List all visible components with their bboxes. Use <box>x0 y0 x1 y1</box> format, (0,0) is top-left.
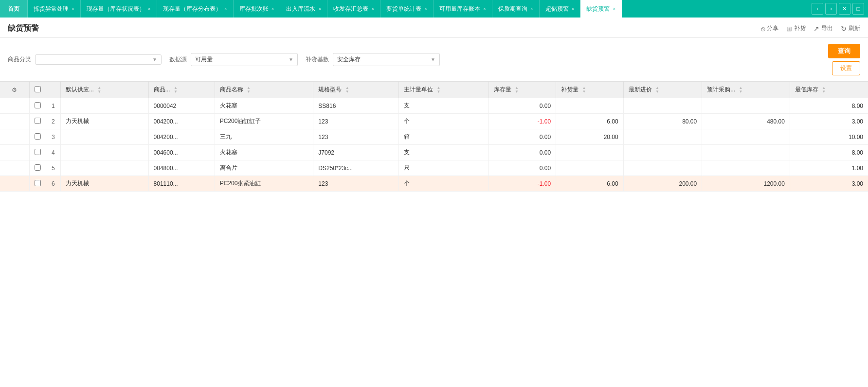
row-unit: 支 <box>399 98 489 114</box>
row-settings-cell <box>0 176 29 192</box>
row-checkbox[interactable] <box>35 149 41 155</box>
sort-icon: ▲▼ <box>174 86 178 94</box>
nav-next-button[interactable]: › <box>825 3 837 15</box>
col-checkbox[interactable] <box>29 82 46 98</box>
row-checkbox-cell[interactable] <box>29 176 46 192</box>
row-checkbox[interactable] <box>35 102 41 108</box>
sort-icon: ▲▼ <box>97 86 101 94</box>
row-estimated-purchase <box>702 98 790 114</box>
col-settings[interactable]: ⚙ <box>0 82 29 98</box>
tab-batch-account[interactable]: 库存批次账 × <box>234 0 281 18</box>
nav-close-button[interactable]: ✕ <box>839 3 850 15</box>
row-checkbox[interactable] <box>35 180 41 186</box>
row-min-stock: 3.00 <box>790 114 868 129</box>
filter-replenish-base-item: 补货基数 安全库存 ▼ <box>306 53 440 66</box>
row-replenish <box>556 160 624 176</box>
row-estimated-purchase <box>702 129 790 145</box>
tab-summary[interactable]: 收发存汇总表 × <box>327 0 380 18</box>
row-supplier: 力天机械 <box>60 176 148 192</box>
tab-current-stock-dist[interactable]: 现存量（库存分布表） × <box>157 0 234 18</box>
row-min-stock: 3.00 <box>790 176 868 192</box>
row-index: 2 <box>46 114 60 129</box>
row-min-stock: 1.00 <box>790 160 868 176</box>
row-checkbox-cell[interactable] <box>29 98 46 114</box>
chevron-down-icon: ▼ <box>289 57 293 62</box>
replenish-button[interactable]: ⊞ 补货 <box>786 24 806 33</box>
row-spec: DS250*23c... <box>313 160 399 176</box>
row-replenish: 20.00 <box>556 129 624 145</box>
col-index <box>46 82 60 98</box>
nav-maximize-button[interactable]: □ <box>852 3 864 15</box>
row-estimated-purchase <box>702 145 790 160</box>
close-icon[interactable]: × <box>224 6 227 12</box>
tab-available-ledger[interactable]: 可用量库存账本 × <box>434 0 492 18</box>
data-table: ⚙ 默认供应... ▲▼ 商品... ▲▼ 商品名称 <box>0 81 868 192</box>
chevron-down-icon: ▼ <box>152 57 157 62</box>
row-product-code: 004200... <box>148 114 215 129</box>
query-button[interactable]: 查询 <box>828 44 860 58</box>
tab-overstock[interactable]: 超储预警 × <box>540 0 581 18</box>
col-product-code: 商品... ▲▼ <box>148 82 215 98</box>
settings-icon[interactable]: ⚙ <box>12 87 17 93</box>
row-latest-price <box>623 98 702 114</box>
row-stock: -1.00 <box>488 114 556 129</box>
tab-shelf-life[interactable]: 保质期查询 × <box>492 0 540 18</box>
table-row: 6 力天机械 801110... PC200张紧油缸 123 个 -1.00 6… <box>0 176 868 192</box>
row-checkbox-cell[interactable] <box>29 129 46 145</box>
col-product-name: 商品名称 ▲▼ <box>215 82 313 98</box>
tab-current-stock-status[interactable]: 现存量（库存状况表） × <box>81 0 157 18</box>
refresh-icon: ↻ <box>841 25 847 33</box>
close-icon[interactable]: × <box>318 6 321 12</box>
close-icon[interactable]: × <box>371 6 374 12</box>
row-checkbox-cell[interactable] <box>29 145 46 160</box>
tab-order-stats[interactable]: 要货单统计表 × <box>380 0 434 18</box>
share-button[interactable]: ⎋ 分享 <box>761 24 778 33</box>
col-stock: 库存量 ▲▼ <box>488 82 556 98</box>
datasource-select-value: 可用量 <box>195 55 213 64</box>
export-button[interactable]: ↗ 导出 <box>814 24 833 33</box>
category-select[interactable]: ▼ <box>35 54 162 65</box>
filter-replenish-base-label: 补货基数 <box>306 55 329 64</box>
row-checkbox[interactable] <box>35 164 41 171</box>
row-spec: SS816 <box>313 98 399 114</box>
row-latest-price <box>623 129 702 145</box>
table-row: 1 0000042 火花塞 SS816 支 0.00 8.00 <box>0 98 868 114</box>
row-replenish: 6.00 <box>556 114 624 129</box>
tab-shortage[interactable]: 缺货预警 × <box>580 0 622 18</box>
replenish-base-select[interactable]: 安全库存 ▼ <box>333 53 440 66</box>
tab-picking-exception[interactable]: 拣货异常处理 × <box>28 0 81 18</box>
row-unit: 个 <box>399 114 489 129</box>
row-checkbox-cell[interactable] <box>29 114 46 129</box>
row-checkbox[interactable] <box>35 118 41 124</box>
filter-datasource-item: 数据源 可用量 ▼ <box>169 53 298 66</box>
nav-tabs: 首页 拣货异常处理 × 现存量（库存状况表） × 现存量（库存分布表） × 库存… <box>0 0 868 18</box>
row-checkbox[interactable] <box>35 133 41 140</box>
close-icon[interactable]: × <box>148 6 151 12</box>
setting-button[interactable]: 设置 <box>832 61 860 75</box>
page-header: 缺货预警 ⎋ 分享 ⊞ 补货 ↗ 导出 ↻ 刷新 <box>0 18 868 38</box>
close-icon[interactable]: × <box>572 6 575 12</box>
row-unit: 箱 <box>399 129 489 145</box>
tab-flow[interactable]: 出入库流水 × <box>280 0 327 18</box>
sort-icon: ▲▼ <box>582 86 586 94</box>
row-min-stock: 8.00 <box>790 145 868 160</box>
close-icon[interactable]: × <box>483 6 486 12</box>
tab-home[interactable]: 首页 <box>0 0 28 18</box>
close-icon[interactable]: × <box>72 6 74 12</box>
main-content: 缺货预警 ⎋ 分享 ⊞ 补货 ↗ 导出 ↻ 刷新 商品分类 <box>0 18 868 387</box>
filter-right-actions: 查询 设置 <box>828 44 860 75</box>
row-supplier: 力天机械 <box>60 114 148 129</box>
row-checkbox-cell[interactable] <box>29 160 46 176</box>
row-product-code: 0000042 <box>148 98 215 114</box>
close-icon[interactable]: × <box>530 6 533 12</box>
header-actions: ⎋ 分享 ⊞ 补货 ↗ 导出 ↻ 刷新 <box>761 24 860 33</box>
datasource-select[interactable]: 可用量 ▼ <box>191 53 298 66</box>
nav-prev-button[interactable]: ‹ <box>812 3 823 15</box>
refresh-button[interactable]: ↻ 刷新 <box>841 24 860 33</box>
select-all-checkbox[interactable] <box>35 86 41 92</box>
row-supplier <box>60 98 148 114</box>
close-icon[interactable]: × <box>424 6 427 12</box>
close-icon[interactable]: × <box>271 6 274 12</box>
close-icon[interactable]: × <box>613 6 615 12</box>
row-supplier <box>60 160 148 176</box>
